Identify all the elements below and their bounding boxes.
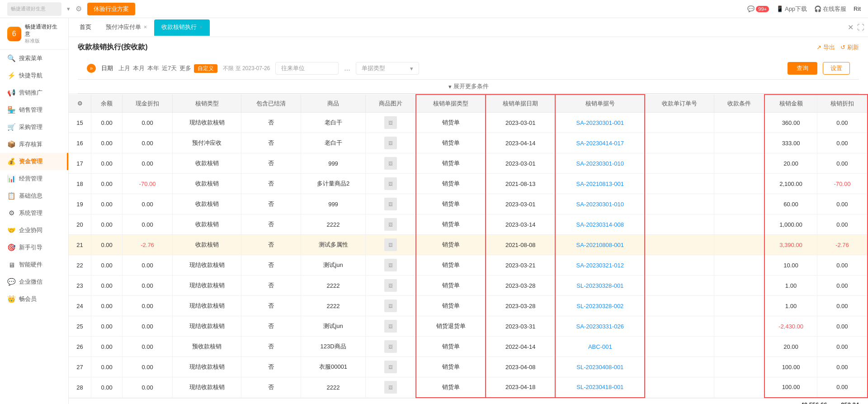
- th-bill-date: 核销单据日期: [486, 95, 555, 113]
- date-last-7-days[interactable]: 近7天: [162, 64, 177, 72]
- sidebar-item-9[interactable]: ⚙系统管理: [0, 204, 68, 222]
- bill-no-link[interactable]: SA-20230331-026: [576, 323, 624, 330]
- cell-included: 否: [241, 113, 301, 133]
- bill-no-link[interactable]: SA-20230301-001: [576, 119, 624, 126]
- bill-no-link[interactable]: SA-20210808-001: [576, 242, 624, 248]
- filter-setting-button[interactable]: 设置: [823, 62, 850, 75]
- bill-no-link[interactable]: SL-20230408-001: [576, 364, 623, 371]
- close-advance-payment-tab[interactable]: ×: [144, 24, 147, 30]
- sidebar-item-5[interactable]: 📦库存核算: [0, 136, 68, 153]
- online-service-link[interactable]: 🎧 在线客服: [814, 5, 846, 13]
- tab-receipt-cancel[interactable]: 收款核销执行 ×: [154, 19, 210, 36]
- sidebar-item-2[interactable]: 📢营销推广: [0, 84, 68, 101]
- export-icon: ↗: [816, 44, 821, 51]
- sidebar-item-10[interactable]: 🤝企业协同: [0, 222, 68, 239]
- cell-receipt-no: [645, 235, 714, 255]
- cell-included: 否: [241, 337, 301, 357]
- cell-receipt-cond: [714, 235, 765, 255]
- expand-more-bar: ▾ 展开更多条件: [78, 80, 859, 94]
- sidebar-icon-0: 🔍: [7, 54, 15, 62]
- sidebar-item-4[interactable]: 🛒采购管理: [0, 119, 68, 136]
- refresh-button[interactable]: ↺ 刷新: [840, 43, 859, 52]
- date-this-year[interactable]: 本年: [147, 64, 159, 72]
- bill-no-link[interactable]: SA-20210813-001: [576, 181, 624, 187]
- maximize-tab-button[interactable]: ⛶: [857, 24, 864, 32]
- bill-no-link[interactable]: SA-20230321-012: [576, 262, 624, 269]
- sidebar-item-6[interactable]: 💰资金管理: [0, 153, 68, 170]
- close-tab-button[interactable]: ✕: [848, 23, 854, 32]
- cell-cancel-discount: 0.00: [817, 357, 868, 377]
- sidebar-item-1[interactable]: ⚡快捷导航: [0, 67, 68, 84]
- settings-icon[interactable]: ⚙: [75, 5, 82, 13]
- bill-type-filter[interactable]: 单据类型 ▾: [356, 62, 419, 75]
- bill-no-link[interactable]: SA-20230301-010: [576, 160, 624, 167]
- data-table-container[interactable]: ⚙ 余额 现金折扣 核销类型 包含已结清 商品 商品图片 核销单据类型 核销单据…: [69, 94, 868, 404]
- cell-bill-no[interactable]: ABC-001: [555, 337, 645, 357]
- dropdown-icon[interactable]: ▾: [67, 5, 70, 12]
- close-receipt-cancel-tab[interactable]: ×: [199, 24, 203, 30]
- cell-bill-no[interactable]: SA-20230331-026: [555, 316, 645, 337]
- cell-cancel-type: 收款核销: [172, 194, 241, 214]
- sidebar-item-12[interactable]: 🖥智能硬件: [0, 256, 68, 273]
- filter-bar: » 日期 上月 本月 本年 近7天 更多 自定义 不限 至 2023-07-26…: [78, 57, 859, 80]
- cell-bill-no[interactable]: SA-20230301-010: [555, 153, 645, 174]
- cell-bill-no[interactable]: SA-20210813-001: [555, 174, 645, 194]
- cell-bill-no[interactable]: SL-20230418-001: [555, 377, 645, 398]
- app-download-link[interactable]: 📱 App下载: [776, 5, 807, 13]
- query-button[interactable]: 查询: [788, 62, 817, 75]
- bill-no-link[interactable]: SL-20230328-001: [576, 282, 623, 289]
- cell-bill-no[interactable]: SA-20230314-008: [555, 214, 645, 235]
- sidebar-item-7[interactable]: 📊经营管理: [0, 170, 68, 187]
- cell-bill-date: 2023-03-01: [486, 113, 555, 133]
- cell-goods-img: 🖼: [366, 194, 416, 214]
- sidebar-item-3[interactable]: 🏪销售管理: [0, 101, 68, 119]
- cell-bill-no[interactable]: SA-20230414-017: [555, 133, 645, 153]
- tab-advance-payment[interactable]: 预付冲应付单 ×: [99, 19, 154, 36]
- unit-filter-input[interactable]: 往来单位: [275, 62, 339, 75]
- cell-bill-no[interactable]: SA-20230301-010: [555, 194, 645, 214]
- cell-bill-no[interactable]: SA-20230301-001: [555, 113, 645, 133]
- date-custom-button[interactable]: 自定义: [194, 64, 217, 73]
- cell-receipt-no: [645, 357, 714, 377]
- cell-bill-date: 2022-04-14: [486, 337, 555, 357]
- sidebar-item-13[interactable]: 💬企业微信: [0, 273, 68, 290]
- cell-bill-no[interactable]: SL-20230328-002: [555, 296, 645, 316]
- bill-no-link[interactable]: SA-20230301-010: [576, 201, 624, 208]
- bill-no-link[interactable]: SL-20230328-002: [576, 303, 623, 309]
- bill-no-link[interactable]: SA-20230314-008: [576, 221, 624, 228]
- industry-solution-button[interactable]: 休验行业方案: [87, 3, 135, 15]
- cell-bill-no[interactable]: SL-20230408-001: [555, 357, 645, 377]
- sidebar-item-14[interactable]: 👑畅会员: [0, 290, 68, 308]
- bill-no-link[interactable]: SA-20230414-017: [576, 140, 624, 147]
- date-more[interactable]: 更多: [179, 64, 191, 72]
- cell-goods: 多计量商品2: [301, 174, 365, 194]
- cell-cash-discount: 0.00: [123, 357, 173, 377]
- cell-bill-date: 2023-03-31: [486, 316, 555, 337]
- cell-bill-no[interactable]: SA-20230321-012: [555, 255, 645, 276]
- th-bill-no: 核销单据号: [555, 95, 645, 113]
- table-row: 19 0.00 0.00 收款核销 否 999 🖼 销货单 2023-03-01…: [69, 194, 868, 214]
- export-button[interactable]: ↗ 导出: [816, 43, 835, 52]
- tab-home[interactable]: 首页: [72, 19, 99, 36]
- sidebar-icon-8: 📋: [7, 192, 15, 200]
- cell-receipt-cond: [714, 296, 765, 316]
- user-name[interactable]: Rit: [854, 5, 861, 12]
- sidebar-item-11[interactable]: 🎯新手引导: [0, 239, 68, 256]
- cell-cancel-amount: 2,100.00: [764, 174, 817, 194]
- sidebar-icon-9: ⚙: [7, 209, 15, 217]
- th-settings[interactable]: ⚙: [69, 95, 91, 113]
- date-this-month[interactable]: 本月: [133, 64, 145, 72]
- sidebar-item-8[interactable]: 📋基础信息: [0, 187, 68, 204]
- message-link[interactable]: 💬 99+: [747, 5, 769, 12]
- filter-expand-button[interactable]: »: [87, 64, 96, 73]
- expand-more-button[interactable]: ▾ 展开更多条件: [448, 82, 489, 90]
- bill-no-link[interactable]: ABC-001: [588, 343, 612, 350]
- cell-cancel-amount: 20.00: [764, 153, 817, 174]
- cell-goods: 2222: [301, 276, 365, 296]
- cell-bill-no[interactable]: SL-20230328-001: [555, 276, 645, 296]
- bill-no-link[interactable]: SL-20230418-001: [576, 384, 623, 390]
- cell-bill-no[interactable]: SA-20210808-001: [555, 235, 645, 255]
- sidebar-label-12: 智能硬件: [19, 261, 42, 269]
- sidebar-item-0[interactable]: 🔍搜索菜单: [0, 50, 68, 67]
- date-last-month[interactable]: 上月: [118, 64, 130, 72]
